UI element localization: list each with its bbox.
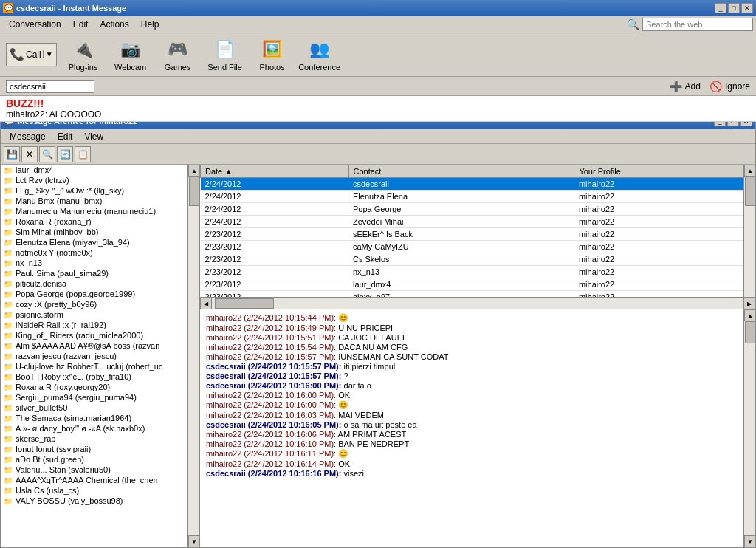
games-icon: 🎮 [166, 38, 190, 61]
contact-item[interactable]: 📁Roxana R (roxana_r) [1, 216, 187, 227]
table-row[interactable]: 2/24/2012Popa Georgemihairo22 [201, 203, 743, 216]
window-title: csdecsraii - Instant Message [16, 4, 126, 13]
contact-item[interactable]: 📁BooT | Roby :x^cL. (roby_fifa10) [1, 371, 187, 382]
contact-item[interactable]: 📁iNsideR Rail :x (r_rai192) [1, 320, 187, 330]
plugins-button[interactable]: 🔌 Plug-ins [63, 35, 104, 74]
chat-line: mihairo22 (2/24/2012 10:15:49 PM): U NU … [206, 323, 738, 332]
chat-scrollbar[interactable]: ▲ ▼ [743, 309, 755, 547]
table-scrollbar[interactable]: ▲ ▼ [743, 165, 755, 298]
contact-item[interactable]: 📁Manu Bmx (manu_bmx) [1, 196, 187, 206]
contact-item[interactable]: 📁Elenutza Elena (miyavi_3la_94) [1, 237, 187, 247]
contact-input[interactable] [6, 80, 94, 93]
chat-scroll-thumb[interactable] [745, 321, 755, 343]
contact-item[interactable]: 📁The Semaca (sima.marian1964) [1, 413, 187, 423]
table-row[interactable]: 2/24/2012Elenutza Elenamihairo22 [201, 191, 743, 203]
table-row[interactable]: 2/23/2012laur_dmx4mihairo22 [201, 278, 743, 291]
chat-area: mihairo22 (2/24/2012 10:15:44 PM): 😊miha… [200, 309, 755, 547]
contact-item[interactable]: 📁LLg_ Sky ^_^ wOw :* (llg_sky) [1, 185, 187, 196]
contact-item[interactable]: 📁laur_dmx4 [1, 165, 187, 175]
menu-help[interactable]: Help [135, 18, 165, 31]
contact-item[interactable]: 📁aDo Bt (sud.green) [1, 454, 187, 465]
table-h-scrollbar[interactable]: ◀ ▶ [200, 298, 755, 309]
cell-profile: mihairo22 [574, 241, 743, 253]
contact-item[interactable]: 📁Sergiu_puma94 (sergiu_puma94) [1, 392, 187, 403]
contact-item[interactable]: 📁psionic.storm [1, 309, 187, 320]
contact-name: Manumeciu Manumeciu (manumeciu1) [16, 207, 156, 216]
call-button[interactable]: 📞 Call ▼ [6, 43, 57, 66]
contact-item[interactable]: 📁razvan jescu (razvan_jescu) [1, 351, 187, 361]
archive-menu-message[interactable]: Message [4, 130, 52, 143]
maximize-button[interactable]: □ [728, 3, 740, 13]
menu-conversation[interactable]: Conversation [3, 18, 67, 31]
col-contact[interactable]: Contact [348, 165, 574, 178]
table-row[interactable]: 2/24/2012Zevedei Mihaimihairo22 [201, 216, 743, 228]
chat-text: dar fa o [344, 381, 371, 390]
contact-item[interactable]: 📁Usla Cs (usla_cs) [1, 485, 187, 496]
photos-button[interactable]: 🖼️ Photos [252, 35, 293, 74]
contacts-scrollbar[interactable]: ▲ ▼ [188, 165, 199, 547]
minimize-button[interactable]: _ [715, 3, 726, 13]
contact-item[interactable]: 📁VALY BOSSU (valy_bossu98) [1, 496, 187, 506]
contact-item[interactable]: 📁skerse_rap [1, 434, 187, 444]
contact-item[interactable]: 📁piticulz.denisa [1, 278, 187, 289]
contact-item[interactable]: 📁Roxana R (roxy.georgy20) [1, 382, 187, 392]
chat-text: 😊 [338, 400, 348, 409]
ignore-button[interactable]: 🚫 Ignore [709, 81, 750, 92]
contact-item[interactable]: 📁Popa George (popa.george1999) [1, 289, 187, 299]
archive-menu-view[interactable]: View [78, 130, 109, 143]
contact-item[interactable]: 📁nx_n13 [1, 258, 187, 268]
chat-scroll-down[interactable]: ▼ [744, 535, 755, 547]
h-scroll-left[interactable]: ◀ [200, 298, 212, 309]
contact-item[interactable]: 📁silver_bullet50 [1, 403, 187, 413]
contact-item[interactable]: 📁Paul. Sima (paul_sima29) [1, 268, 187, 278]
contact-item[interactable]: 📁Lct Rzv (lctrzv) [1, 175, 187, 185]
contact-folder-icon: 📁 [4, 177, 13, 185]
contact-item[interactable]: 📁Sim Mihai (mihboy_bb) [1, 227, 187, 237]
col-date[interactable]: Date ▲ [201, 165, 349, 178]
chat-scroll-up[interactable]: ▲ [744, 309, 755, 321]
archive-search-btn[interactable]: 🔍 [39, 146, 55, 162]
contact-item[interactable]: 📁AAAA^XqTr^AAAA Chemical (the_chem [1, 475, 187, 485]
add-button[interactable]: ➕ Add [670, 81, 701, 92]
archive-menu-edit[interactable]: Edit [52, 130, 79, 143]
webcam-button[interactable]: 📷 Webcam [110, 35, 151, 74]
message-table-scroll[interactable]: Date ▲ Contact Your Profile 2/24/2012csd… [200, 165, 743, 298]
contact-item[interactable]: 📁Valeriu... Stan (svaleriu50) [1, 465, 187, 475]
contact-item[interactable]: 📁King_of_ Riders (radu_miclea2000) [1, 330, 187, 340]
table-row[interactable]: 2/24/2012csdecsraiimihairo22 [201, 178, 743, 191]
col-profile[interactable]: Your Profile [574, 165, 743, 178]
table-row[interactable]: 2/23/2012nx_n13mihairo22 [201, 266, 743, 278]
archive-save-btn[interactable]: 💾 [4, 146, 20, 162]
h-scroll-right[interactable]: ▶ [743, 298, 755, 309]
table-row[interactable]: 2/23/2012Cs Skelosmihairo22 [201, 253, 743, 266]
games-button[interactable]: 🎮 Games [157, 35, 199, 74]
table-scroll-up[interactable]: ▲ [744, 165, 755, 177]
close-button[interactable]: ✕ [741, 3, 753, 13]
contact-item[interactable]: 📁Manumeciu Manumeciu (manumeciu1) [1, 206, 187, 216]
call-dropdown-icon[interactable]: ▼ [43, 50, 53, 58]
search-input[interactable] [642, 18, 753, 31]
chat-text: IUNSEMAN CA SUNT CODAT [338, 352, 448, 361]
table-row[interactable]: 2/23/2012caMy CaMyIZUmihairo22 [201, 241, 743, 253]
chat-sender: mihairo22 (2/24/2012 10:15:54 PM): [206, 343, 336, 352]
contact-item[interactable]: 📁U-cluj-love.hz RobberT....ucluj (robert… [1, 361, 187, 371]
h-scroll-thumb[interactable] [215, 298, 274, 309]
contact-item[interactable]: 📁Ionut Ionut (ssvipraii) [1, 444, 187, 454]
table-scroll-thumb[interactable] [745, 177, 755, 206]
contact-item[interactable]: 📁notme0x Y (notme0x) [1, 247, 187, 258]
archive-refresh-btn[interactable]: 🔄 [57, 146, 73, 162]
conference-button[interactable]: 👥 Conference [299, 35, 340, 74]
table-row[interactable]: 2/23/2012alexx_a97mihairo22 [201, 291, 743, 298]
archive-export-btn[interactable]: 📋 [75, 146, 91, 162]
contact-item[interactable]: 📁cozy :X (pretty_b0y96) [1, 299, 187, 309]
send-file-button[interactable]: 📄 Send File [205, 35, 246, 74]
scroll-down-btn[interactable]: ▼ [188, 535, 200, 547]
table-row[interactable]: 2/23/2012sEEkEr^ Is Backmihairo22 [201, 228, 743, 241]
menu-edit[interactable]: Edit [67, 18, 94, 31]
scroll-up-btn[interactable]: ▲ [188, 165, 200, 177]
contact-item[interactable]: 📁A »- ø dany_boy'" ø -«A (sk.haxb0x) [1, 423, 187, 434]
scroll-thumb[interactable] [189, 177, 199, 206]
menu-actions[interactable]: Actions [94, 18, 134, 31]
contact-item[interactable]: 📁Alm $AAAA AAD A¥®@sA boss (razvan [1, 340, 187, 351]
archive-delete-btn[interactable]: ✕ [21, 146, 38, 162]
